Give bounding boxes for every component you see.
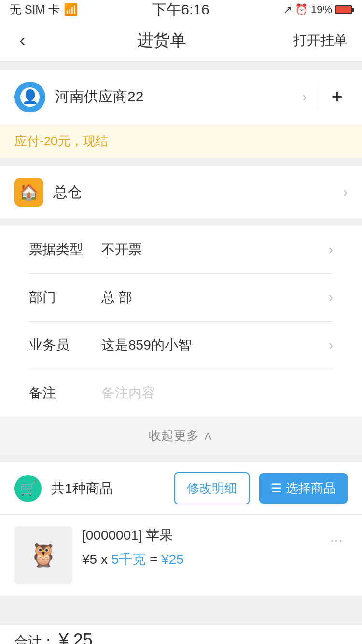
- status-time: 下午6:16: [152, 0, 209, 20]
- battery-percent: 19%: [311, 3, 332, 16]
- status-left: 无 SIM 卡 📶: [10, 2, 78, 17]
- collapse-bar[interactable]: 收起更多 ∧: [0, 417, 362, 455]
- unit-price: ¥5: [82, 552, 97, 567]
- warehouse-icon: 🏠: [14, 178, 43, 207]
- product-price: ¥5 x 5千克 = ¥25: [82, 550, 315, 569]
- location-icon: ↗: [283, 3, 292, 16]
- supplier-chevron-icon: ›: [302, 89, 306, 105]
- quantity: 5千克: [111, 552, 146, 567]
- supplier-avatar: 👤: [14, 82, 45, 112]
- status-bar: 无 SIM 卡 📶 下午6:16 ↗ ⏰ 19%: [0, 0, 362, 19]
- select-icon: ☰: [271, 481, 282, 496]
- content-spacer: [0, 596, 362, 625]
- separator-3: [0, 218, 362, 226]
- total-price: ¥25: [161, 552, 184, 567]
- nav-bar: ‹ 进货单 打开挂单: [0, 19, 362, 62]
- equals-sign: =: [150, 552, 161, 567]
- invoice-type-row[interactable]: 票据类型 不开票 ›: [14, 226, 348, 273]
- salesperson-chevron-icon: ›: [329, 337, 333, 353]
- products-icon: 🛒: [14, 475, 42, 502]
- summary-info: 合计： ¥ 25 共1种: [14, 630, 93, 644]
- no-sim-label: 无 SIM 卡: [10, 2, 60, 17]
- multiply-sign: x: [101, 552, 111, 567]
- page-title: 进货单: [137, 29, 186, 52]
- remark-row[interactable]: 备注 备注内容: [14, 369, 348, 417]
- back-button[interactable]: ‹: [14, 26, 30, 56]
- divider: [317, 85, 317, 109]
- product-name: [0000001] 苹果: [82, 526, 315, 545]
- product-thumbnail: 🦉: [14, 526, 72, 584]
- remark-input[interactable]: 备注内容: [87, 384, 333, 402]
- department-label: 部门: [29, 288, 87, 307]
- products-header: 🛒 共1种商品 修改明细 ☰ 选择商品: [0, 462, 362, 514]
- bottom-summary: 合计： ¥ 25 共1种: [0, 625, 362, 644]
- product-item: 🦉 [0000001] 苹果 ¥5 x 5千克 = ¥25 ···: [0, 515, 362, 596]
- battery-icon: [335, 5, 352, 14]
- separator-1: [0, 62, 362, 70]
- remark-label: 备注: [29, 384, 87, 402]
- products-count: 共1种商品: [51, 479, 165, 498]
- department-value: 总 部: [87, 288, 324, 307]
- warehouse-chevron-icon: ›: [343, 184, 348, 200]
- supplier-row[interactable]: 👤 河南供应商22 › +: [14, 70, 348, 124]
- avatar-inner: 👤: [20, 87, 40, 107]
- salesperson-row[interactable]: 业务员 这是859的小智 ›: [14, 322, 348, 369]
- open-hang-button[interactable]: 打开挂单: [293, 31, 348, 50]
- summary-total-row: 合计： ¥ 25: [14, 630, 93, 644]
- status-right: ↗ ⏰ 19%: [283, 3, 352, 16]
- home-icon: 🏠: [19, 183, 39, 201]
- department-chevron-icon: ›: [329, 290, 333, 305]
- product-info: [0000001] 苹果 ¥5 x 5千克 = ¥25: [82, 526, 315, 569]
- summary-label: 合计：: [14, 634, 55, 644]
- edit-detail-button[interactable]: 修改明细: [174, 472, 250, 504]
- product-thumb-icon: 🦉: [29, 542, 58, 569]
- invoice-type-section: 票据类型 不开票 › 部门 总 部 › 业务员 这是859的小智 › 备注 备注…: [0, 226, 362, 417]
- person-icon: 👤: [22, 89, 39, 105]
- notice-bar: 应付-20元，现结: [0, 124, 362, 158]
- invoice-type-value: 不开票: [87, 240, 324, 259]
- product-more-button[interactable]: ···: [325, 526, 348, 554]
- salesperson-value: 这是859的小智: [87, 336, 324, 354]
- department-row[interactable]: 部门 总 部 ›: [14, 274, 348, 321]
- warehouse-name: 总仓: [53, 182, 338, 202]
- supplier-section: 👤 河南供应商22 › +: [0, 70, 362, 124]
- alarm-icon: ⏰: [295, 3, 308, 16]
- invoice-type-label: 票据类型: [29, 240, 87, 259]
- supplier-name: 河南供应商22: [55, 87, 297, 107]
- add-button[interactable]: +: [327, 81, 348, 112]
- summary-total: ¥ 25: [59, 630, 93, 644]
- invoice-type-chevron-icon: ›: [329, 242, 333, 257]
- wifi-icon: 📶: [64, 3, 78, 16]
- cart-icon: 🛒: [20, 480, 37, 496]
- warehouse-row[interactable]: 🏠 总仓 ›: [0, 166, 362, 218]
- salesperson-label: 业务员: [29, 336, 87, 354]
- separator-4: [0, 455, 362, 462]
- select-product-button[interactable]: ☰ 选择商品: [259, 473, 348, 504]
- separator-2: [0, 158, 362, 166]
